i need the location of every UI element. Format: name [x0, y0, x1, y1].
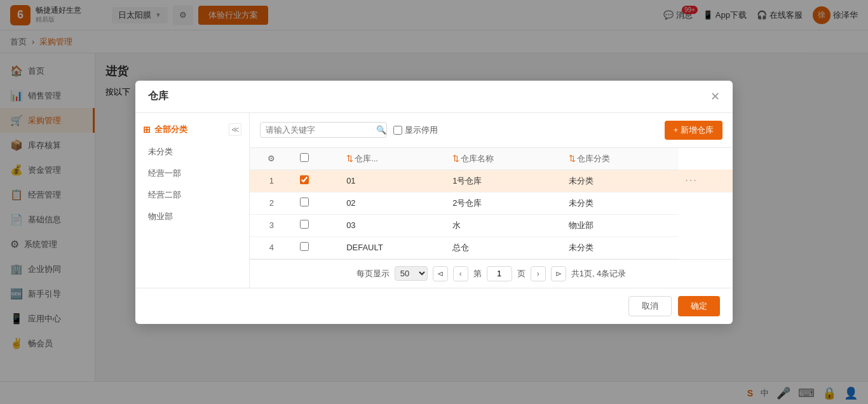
category-item-unclassified[interactable]: 未分类: [135, 141, 249, 163]
cancel-button[interactable]: 取消: [628, 296, 672, 316]
row-number: 3: [250, 214, 294, 236]
category-item-property[interactable]: 物业部: [135, 206, 249, 227]
warehouse-table: ⚙ ⇅仓库... ⇅仓库名称 ⇅仓库分类 1 01 1号仓库 未分类: [250, 148, 733, 259]
pagination-bar: 每页显示 50 10 20 100 ⊲ ‹ 第 页 › ⊳ 共1页, 4条记录: [250, 259, 733, 288]
th-category: ⇅仓库分类: [562, 148, 679, 170]
row-actions[interactable]: ···: [679, 170, 733, 192]
all-categories-label: ⊞ 全部分类: [143, 124, 187, 135]
prev-page-button[interactable]: ‹: [453, 266, 468, 281]
table-toolbar: 🔍 显示停用 + 新增仓库: [250, 113, 733, 148]
more-options-icon[interactable]: ···: [685, 175, 697, 185]
confirm-button[interactable]: 确定: [678, 296, 720, 316]
search-input[interactable]: [266, 125, 372, 135]
row-number: 4: [250, 236, 294, 259]
row-category: 未分类: [562, 170, 679, 192]
table-row[interactable]: 3 03 水 物业部: [250, 214, 733, 236]
table-header: ⚙ ⇅仓库... ⇅仓库名称 ⇅仓库分类: [250, 148, 733, 170]
row-name: 1号仓库: [446, 170, 562, 192]
page-suffix: 页: [517, 268, 526, 279]
row-code: DEFAULT: [340, 236, 446, 259]
th-gear: ⚙: [250, 148, 294, 170]
show-disabled-label[interactable]: 显示停用: [393, 125, 438, 136]
row-code: 02: [340, 192, 446, 214]
row-name: 2号仓库: [446, 192, 562, 214]
all-categories-text: 全部分类: [154, 124, 187, 135]
grid-icon: ⊞: [143, 125, 151, 135]
last-page-button[interactable]: ⊳: [551, 266, 566, 281]
row-check[interactable]: [294, 192, 340, 214]
row-number: 1: [250, 170, 294, 192]
table-scroll: ⚙ ⇅仓库... ⇅仓库名称 ⇅仓库分类 1 01 1号仓库 未分类: [250, 148, 733, 259]
warehouse-modal: 仓库 ✕ ⊞ 全部分类 ≪ 未分类 经营一部 经营二部 物业部: [135, 81, 733, 324]
show-disabled-checkbox[interactable]: [393, 126, 402, 135]
table-row[interactable]: 4 DEFAULT 总仓 未分类: [250, 236, 733, 259]
category-panel: ⊞ 全部分类 ≪ 未分类 经营一部 经营二部 物业部: [135, 113, 250, 288]
modal-close-button[interactable]: ✕: [710, 90, 720, 104]
row-checkbox[interactable]: [300, 175, 309, 184]
modal-body: ⊞ 全部分类 ≪ 未分类 经营一部 经营二部 物业部 🔍: [135, 113, 733, 288]
modal-header: 仓库 ✕: [135, 81, 733, 113]
category-item-operations1[interactable]: 经营一部: [135, 163, 249, 184]
table-row[interactable]: 1 01 1号仓库 未分类 ···: [250, 170, 733, 192]
category-item-operations2[interactable]: 经营二部: [135, 184, 249, 206]
row-name: 水: [446, 214, 562, 236]
row-code: 01: [340, 170, 446, 192]
row-name: 总仓: [446, 236, 562, 259]
row-category: 未分类: [562, 236, 679, 259]
row-checkbox[interactable]: [300, 220, 309, 229]
category-header[interactable]: ⊞ 全部分类 ≪: [135, 118, 249, 141]
row-number: 2: [250, 192, 294, 214]
sort-icon: ⇅: [569, 154, 576, 163]
sort-icon: ⇅: [346, 154, 353, 163]
table-body: 1 01 1号仓库 未分类 ··· 2 02 2号仓库 未分类 3 03 水 物…: [250, 170, 733, 259]
modal-title: 仓库: [148, 90, 168, 103]
per-page-label: 每页显示: [356, 268, 390, 279]
select-all-checkbox[interactable]: [300, 153, 309, 162]
add-warehouse-label: + 新增仓库: [674, 125, 714, 136]
total-info: 共1页, 4条记录: [571, 268, 627, 279]
modal-overlay: 仓库 ✕ ⊞ 全部分类 ≪ 未分类 经营一部 经营二部 物业部: [0, 0, 868, 404]
row-checkbox[interactable]: [300, 242, 309, 251]
row-code: 03: [340, 214, 446, 236]
sort-icon: ⇅: [452, 154, 459, 163]
show-disabled-text: 显示停用: [405, 125, 438, 136]
table-container: ⚙ ⇅仓库... ⇅仓库名称 ⇅仓库分类 1 01 1号仓库 未分类: [250, 148, 733, 259]
current-page-input[interactable]: [487, 266, 512, 281]
th-check: [294, 148, 340, 170]
table-row[interactable]: 2 02 2号仓库 未分类: [250, 192, 733, 214]
th-code: ⇅仓库...: [340, 148, 446, 170]
page-label: 第: [473, 268, 482, 279]
search-icon: 🔍: [376, 125, 386, 135]
collapse-panel-button[interactable]: ≪: [229, 123, 241, 136]
row-check[interactable]: [294, 214, 340, 236]
modal-footer: 取消 确定: [135, 288, 733, 324]
table-panel: 🔍 显示停用 + 新增仓库: [250, 113, 733, 288]
per-page-select[interactable]: 50 10 20 100: [395, 266, 428, 281]
row-checkbox[interactable]: [300, 198, 309, 206]
first-page-button[interactable]: ⊲: [433, 266, 448, 281]
search-box: 🔍: [260, 122, 387, 138]
row-check[interactable]: [294, 236, 340, 259]
add-warehouse-button[interactable]: + 新增仓库: [665, 121, 722, 140]
next-page-button[interactable]: ›: [531, 266, 546, 281]
row-check[interactable]: [294, 170, 340, 192]
th-name: ⇅仓库名称: [446, 148, 562, 170]
row-category: 未分类: [562, 192, 679, 214]
row-category: 物业部: [562, 214, 679, 236]
